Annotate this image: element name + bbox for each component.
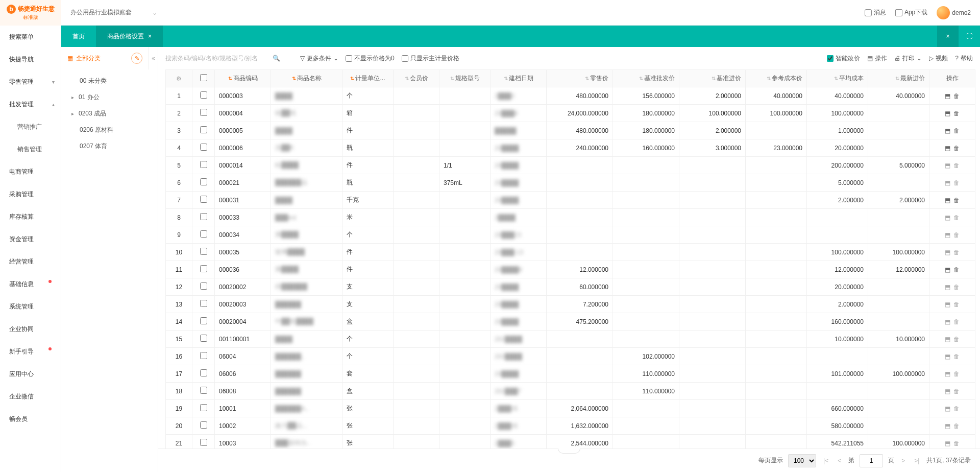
copy-icon[interactable]: ⬒ — [945, 179, 950, 186]
copy-icon[interactable]: ⬒ — [945, 405, 950, 412]
delete-icon[interactable]: 🗑 — [953, 284, 960, 291]
sidebar-item[interactable]: 营销推广 — [0, 115, 61, 138]
copy-icon[interactable]: ⬒ — [945, 422, 950, 430]
help-button[interactable]: ? 帮助 — [955, 54, 973, 63]
delete-icon[interactable]: 🗑 — [953, 353, 960, 360]
copy-icon[interactable]: ⬒ — [945, 249, 950, 256]
copy-icon[interactable]: ⬒ — [945, 440, 950, 447]
category-all[interactable]: 全部分类 — [76, 54, 101, 63]
row-checkbox[interactable] — [200, 369, 207, 376]
only-main-unit-checkbox[interactable]: 只显示主计量价格 — [402, 54, 459, 63]
copy-icon[interactable]: ⬒ — [945, 284, 950, 291]
copy-icon[interactable]: ⬒ — [945, 231, 950, 239]
smart-reprice-toggle[interactable]: 智能改价 — [827, 54, 860, 63]
messages-button[interactable]: 消息 — [865, 8, 886, 17]
delete-icon[interactable]: 🗑 — [953, 266, 960, 273]
sidebar-item[interactable]: 新手引导 — [0, 340, 61, 363]
next-page-button[interactable]: > — [899, 457, 907, 464]
print-button[interactable]: 🖨 打印 ⌄ — [894, 54, 922, 63]
category-node[interactable]: ▸0203 成品 — [61, 105, 158, 122]
column-header[interactable]: ⚙ — [166, 70, 192, 87]
sidebar-item[interactable]: 畅会员 — [0, 408, 61, 430]
sidebar-item[interactable]: 采购管理 — [0, 183, 61, 205]
delete-icon[interactable]: 🗑 — [953, 214, 960, 221]
row-checkbox[interactable] — [200, 352, 207, 359]
category-node[interactable]: 0207 体育 — [61, 138, 158, 154]
row-checkbox[interactable] — [200, 387, 207, 394]
copy-icon[interactable]: ⬒ — [945, 388, 950, 395]
sidebar-item[interactable]: 基础信息 — [0, 273, 61, 295]
copy-icon[interactable]: ⬒ — [945, 162, 950, 169]
row-checkbox[interactable] — [200, 178, 207, 185]
row-checkbox[interactable] — [200, 282, 207, 290]
tab-home[interactable]: 首页 — [61, 26, 96, 47]
row-checkbox[interactable] — [200, 213, 207, 220]
category-node[interactable]: 00 未分类 — [61, 73, 158, 89]
delete-icon[interactable]: 🗑 — [953, 388, 960, 395]
sidebar-item[interactable]: 企业微信 — [0, 385, 61, 408]
sidebar-item[interactable]: 资金管理 — [0, 228, 61, 250]
row-checkbox[interactable] — [200, 404, 207, 411]
column-header[interactable]: ⇅参考成本价 — [746, 70, 807, 87]
column-header[interactable]: ⇅商品编码 — [215, 70, 271, 87]
copy-icon[interactable]: ⬒ — [945, 92, 950, 100]
delete-icon[interactable]: 🗑 — [953, 318, 960, 325]
copy-icon[interactable]: ⬒ — [945, 214, 950, 221]
row-checkbox[interactable] — [200, 335, 207, 342]
column-header[interactable]: ⇅平均成本 — [807, 70, 868, 87]
delete-icon[interactable]: 🗑 — [953, 405, 960, 412]
edit-category-button[interactable]: ✎ — [131, 53, 142, 64]
delete-icon[interactable]: 🗑 — [953, 249, 960, 256]
collapse-panel-button[interactable]: « — [149, 47, 158, 69]
column-header[interactable]: ⇅会员价 — [394, 70, 439, 87]
select-all-checkbox[interactable] — [200, 74, 207, 81]
copy-icon[interactable]: ⬒ — [945, 336, 950, 343]
category-node[interactable]: ▸01 办公 — [61, 89, 158, 105]
delete-icon[interactable]: 🗑 — [953, 301, 960, 308]
sidebar-item[interactable]: 应用中心 — [0, 363, 61, 385]
page-input[interactable] — [860, 454, 883, 467]
sidebar-item[interactable]: 企业协同 — [0, 318, 61, 340]
row-checkbox[interactable] — [200, 126, 207, 133]
sidebar-item[interactable]: 经营管理 — [0, 250, 61, 273]
row-checkbox[interactable] — [200, 144, 207, 151]
search-icon[interactable]: 🔍 — [273, 55, 280, 62]
delete-icon[interactable]: 🗑 — [953, 92, 960, 100]
row-checkbox[interactable] — [200, 91, 207, 99]
delete-icon[interactable]: 🗑 — [953, 179, 960, 186]
column-header[interactable]: ⇅最新进价 — [868, 70, 929, 87]
delete-icon[interactable]: 🗑 — [953, 127, 960, 134]
column-header[interactable]: ⇅商品名称 — [271, 70, 342, 87]
tab-close-all-button[interactable]: × — [937, 26, 959, 47]
row-checkbox[interactable] — [200, 265, 207, 272]
more-filters-button[interactable]: ▽更多条件⌄ — [300, 54, 338, 63]
copy-icon[interactable]: ⬒ — [945, 110, 950, 117]
copy-icon[interactable]: ⬒ — [945, 197, 950, 204]
search-input[interactable] — [165, 55, 273, 62]
copy-icon[interactable]: ⬒ — [945, 370, 950, 377]
operations-menu[interactable]: ▤ 操作 — [867, 54, 887, 63]
sidebar-item[interactable]: 零售管理▾ — [0, 70, 61, 93]
hide-zero-checkbox[interactable]: 不显示价格为0 — [346, 54, 395, 63]
sidebar-item[interactable]: 销售管理 — [0, 138, 61, 160]
close-icon[interactable]: × — [148, 33, 152, 40]
row-checkbox[interactable] — [200, 196, 207, 203]
delete-icon[interactable]: 🗑 — [953, 110, 960, 117]
delete-icon[interactable]: 🗑 — [953, 231, 960, 239]
delete-icon[interactable]: 🗑 — [953, 370, 960, 377]
copy-icon[interactable]: ⬒ — [945, 353, 950, 360]
sidebar-item[interactable]: 快捷导航 — [0, 48, 61, 70]
sidebar-item[interactable]: 库存核算 — [0, 205, 61, 228]
column-header[interactable]: ⇅零售价 — [547, 70, 613, 87]
sidebar-item[interactable]: 电商管理 — [0, 160, 61, 183]
row-checkbox[interactable] — [200, 109, 207, 116]
copy-icon[interactable]: ⬒ — [945, 145, 950, 152]
copy-icon[interactable]: ⬒ — [945, 127, 950, 134]
prev-page-button[interactable]: < — [836, 457, 843, 464]
delete-icon[interactable]: 🗑 — [953, 336, 960, 343]
delete-icon[interactable]: 🗑 — [953, 440, 960, 447]
row-checkbox[interactable] — [200, 439, 207, 446]
sidebar-item[interactable]: 系统管理 — [0, 295, 61, 318]
delete-icon[interactable]: 🗑 — [953, 162, 960, 169]
column-header[interactable]: 操作 — [929, 70, 975, 87]
